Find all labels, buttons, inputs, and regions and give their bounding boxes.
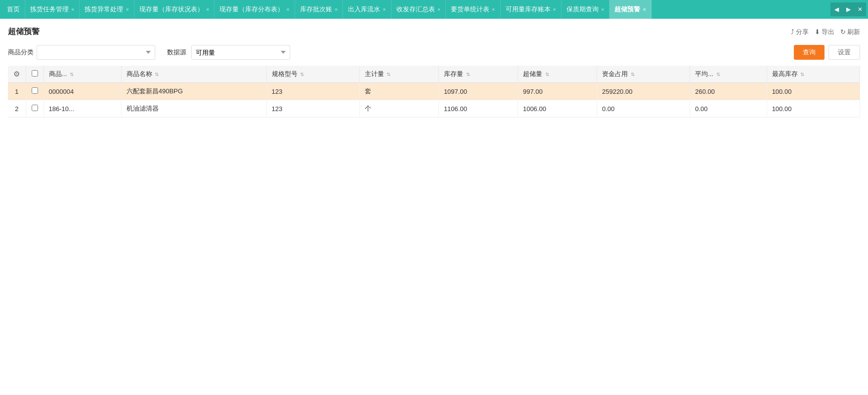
close-icon[interactable]: × <box>383 6 386 12</box>
th-avg[interactable]: 平均... ⇅ <box>690 66 767 83</box>
th-stock[interactable]: 库存量 ⇅ <box>438 66 518 83</box>
nav-stock-status[interactable]: 现存量（库存状况表） × <box>134 0 215 19</box>
nav-inout-flow[interactable]: 出入库流水 × <box>343 0 391 19</box>
nav-receive-summary[interactable]: 收发存汇总表 × <box>391 0 446 19</box>
nav-shelf-life[interactable]: 保质期查询 × <box>562 0 609 19</box>
nav-scroll-arrows: ◀ ▶ ✕ <box>830 2 866 16</box>
export-button[interactable]: ⬇ 导出 <box>815 28 834 37</box>
close-icon[interactable]: × <box>553 6 556 12</box>
select-all-checkbox[interactable] <box>32 70 38 77</box>
stock: 1106.00 <box>438 100 518 118</box>
sort-icon: ⇅ <box>545 72 549 77</box>
close-icon[interactable]: × <box>437 6 440 12</box>
product-code: 186-10... <box>43 100 121 118</box>
category-label: 商品分类 <box>8 48 34 57</box>
close-icon[interactable]: × <box>286 6 289 12</box>
spec: 123 <box>266 100 359 118</box>
th-checkbox <box>26 66 43 83</box>
row-checkbox-cell[interactable] <box>26 83 43 100</box>
nav-arrow-right[interactable]: ▶ <box>842 2 854 16</box>
close-icon[interactable]: × <box>601 6 604 12</box>
table-body: 1 0000004 六配套新昌490BPG 123 套 1097.00 997.… <box>8 83 860 118</box>
share-icon: ⤴ <box>791 28 794 36</box>
close-icon[interactable]: × <box>643 6 646 12</box>
close-icon[interactable]: × <box>335 6 338 12</box>
datasource-label: 数据源 <box>167 48 186 57</box>
th-capital[interactable]: 资金占用 ⇅ <box>597 66 690 83</box>
nav-overstock-warning[interactable]: 超储预警 × <box>609 0 651 19</box>
nav-available-stock[interactable]: 可用量库存账本 × <box>501 0 562 19</box>
nav-stock-dist[interactable]: 现存量（库存分布表） × <box>215 0 295 19</box>
th-max-stock[interactable]: 最高库存 ⇅ <box>767 66 860 83</box>
sort-icon: ⇅ <box>631 72 635 77</box>
settings-icon[interactable]: ⚙ <box>13 70 20 78</box>
sort-icon: ⇅ <box>466 72 470 77</box>
close-icon[interactable]: × <box>71 6 74 12</box>
capital: 259220.00 <box>597 83 690 100</box>
category-filter: 商品分类 <box>8 45 155 60</box>
sort-icon: ⇅ <box>155 72 159 77</box>
stock: 1097.00 <box>438 83 518 100</box>
refresh-icon: ↻ <box>840 28 846 36</box>
query-button[interactable]: 查询 <box>794 45 825 60</box>
product-code: 0000004 <box>43 83 121 100</box>
avg: 0.00 <box>690 100 767 118</box>
spec: 123 <box>266 83 359 100</box>
top-navigation: 首页 拣货任务管理 × 拣货异常处理 × 现存量（库存状况表） × 现存量（库存… <box>0 0 868 19</box>
nav-pick-exception[interactable]: 拣货异常处理 × <box>80 0 134 19</box>
table-row: 2 186-10... 机油滤清器 123 个 1106.00 1006.00 … <box>8 100 860 118</box>
nav-arrow-left[interactable]: ◀ <box>830 2 842 16</box>
datasource-select[interactable]: 可用量 库存量 <box>191 45 290 60</box>
th-product-name[interactable]: 商品名称 ⇅ <box>121 66 266 83</box>
close-icon[interactable]: × <box>492 6 495 12</box>
filter-actions: 查询 设置 <box>794 45 860 60</box>
th-unit[interactable]: 主计量 ⇅ <box>359 66 438 83</box>
sort-icon: ⇅ <box>70 72 74 77</box>
share-button[interactable]: ⤴ 分享 <box>791 28 809 37</box>
page-header: 超储预警 ⤴ 分享 ⬇ 导出 ↻ 刷新 <box>8 27 860 37</box>
row-number: 1 <box>8 83 26 100</box>
table-row: 1 0000004 六配套新昌490BPG 123 套 1097.00 997.… <box>8 83 860 100</box>
settings-button[interactable]: 设置 <box>828 45 860 60</box>
row-number: 2 <box>8 100 26 118</box>
row-checkbox[interactable] <box>32 87 38 94</box>
unit: 套 <box>359 83 438 100</box>
datasource-filter: 数据源 可用量 库存量 <box>167 45 290 60</box>
sort-icon: ⇅ <box>800 72 804 77</box>
th-spec[interactable]: 规格型号 ⇅ <box>266 66 359 83</box>
max-stock: 100.00 <box>767 83 860 100</box>
overstock: 1006.00 <box>518 100 597 118</box>
th-product-code[interactable]: 商品... ⇅ <box>43 66 121 83</box>
nav-home[interactable]: 首页 <box>2 0 25 19</box>
data-table: ⚙ 商品... ⇅ 商品名称 ⇅ 规格型号 ⇅ 主计量 <box>8 66 860 118</box>
unit: 个 <box>359 100 438 118</box>
avg: 260.00 <box>690 83 767 100</box>
sort-icon: ⇅ <box>387 72 391 77</box>
export-icon: ⬇ <box>815 28 820 36</box>
close-icon[interactable]: × <box>206 6 209 12</box>
capital: 0.00 <box>597 100 690 118</box>
refresh-button[interactable]: ↻ 刷新 <box>840 28 860 37</box>
nav-pick-task[interactable]: 拣货任务管理 × <box>25 0 80 19</box>
nav-arrow-close[interactable]: ✕ <box>854 2 866 16</box>
sort-icon: ⇅ <box>716 72 720 77</box>
row-checkbox[interactable] <box>32 105 38 111</box>
page-title: 超储预警 <box>8 27 40 37</box>
overstock: 997.00 <box>518 83 597 100</box>
page-container: 超储预警 ⤴ 分享 ⬇ 导出 ↻ 刷新 商品分类 <box>0 19 868 395</box>
nav-order-stats[interactable]: 要货单统计表 × <box>446 0 500 19</box>
sort-icon: ⇅ <box>300 72 304 77</box>
nav-stock-batch[interactable]: 库存批次账 × <box>295 0 343 19</box>
product-name: 六配套新昌490BPG <box>121 83 266 100</box>
table-header: ⚙ 商品... ⇅ 商品名称 ⇅ 规格型号 ⇅ 主计量 <box>8 66 860 83</box>
header-actions: ⤴ 分享 ⬇ 导出 ↻ 刷新 <box>791 28 860 37</box>
product-name: 机油滤清器 <box>121 100 266 118</box>
filter-row: 商品分类 数据源 可用量 库存量 查询 设置 <box>8 45 860 60</box>
row-checkbox-cell[interactable] <box>26 100 43 118</box>
max-stock: 100.00 <box>767 100 860 118</box>
th-overstock[interactable]: 超储量 ⇅ <box>518 66 597 83</box>
category-select[interactable] <box>37 45 155 60</box>
close-icon[interactable]: × <box>126 6 129 12</box>
th-settings[interactable]: ⚙ <box>8 66 26 83</box>
